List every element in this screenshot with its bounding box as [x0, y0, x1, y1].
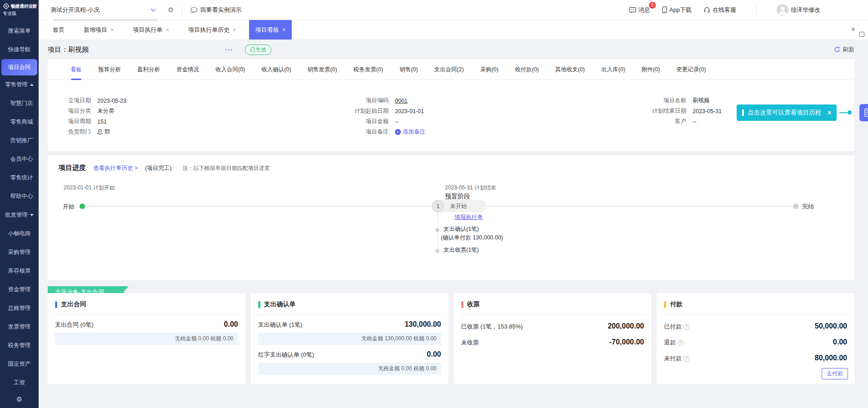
- workspace-gear-icon[interactable]: ⚙: [168, 6, 174, 14]
- messages-count-badge: 8: [649, 2, 656, 9]
- tab-close-icon[interactable]: ×: [282, 26, 286, 33]
- sidebar-item-label: 工资: [14, 379, 25, 387]
- tab-label: 项目执行单历史: [188, 26, 229, 34]
- main-area: 测试分开流程-小况 ⚙ 我要看实例演示 消息 8: [39, 0, 868, 408]
- close-all-tabs-icon[interactable]: ×: [851, 25, 855, 34]
- sidebar-item-18[interactable]: 固定资产: [0, 355, 39, 373]
- field-label: 客户: [607, 118, 686, 125]
- subtab-0[interactable]: 看板: [70, 59, 82, 80]
- refresh-button[interactable]: 刷新: [834, 45, 854, 54]
- card-row-label: 已付款?: [664, 323, 689, 331]
- document-tab-2[interactable]: 项目执行单×: [127, 20, 176, 40]
- history-tooltip[interactable]: 点击这里可以查看项目历程 ×: [737, 104, 837, 121]
- subtab-11[interactable]: 收付款(0): [515, 59, 539, 80]
- sidebar-item-label: 发票管理: [8, 323, 31, 331]
- project-code-link[interactable]: 0001: [395, 98, 408, 104]
- subtab-4[interactable]: 收入合同(0): [215, 59, 245, 80]
- sidebar-item-6[interactable]: 营销推广: [0, 131, 39, 150]
- subtab-5[interactable]: 收入确认(0): [261, 59, 291, 80]
- more-actions-button[interactable]: ···: [225, 46, 233, 54]
- subtab-14[interactable]: 附件(0): [642, 59, 660, 80]
- sidebar-item-14[interactable]: 资金管理: [0, 280, 39, 299]
- sidebar-item-label: 固定资产: [8, 360, 31, 368]
- sidebar-item-19[interactable]: 工资: [0, 373, 39, 392]
- document-tab-0[interactable]: 首页: [46, 20, 71, 40]
- subtab-15[interactable]: 变更记录(0): [676, 59, 706, 80]
- online-support-button[interactable]: 在线客服: [703, 6, 736, 14]
- subtab-10[interactable]: 采购(0): [480, 59, 499, 80]
- sidebar-item-label: 零售商城: [10, 118, 33, 126]
- subtab-12[interactable]: 其他收支(0): [555, 59, 585, 80]
- tab-close-icon[interactable]: ×: [233, 26, 236, 33]
- sidebar-item-0[interactable]: 搜索菜单: [0, 22, 39, 40]
- messages-button[interactable]: 消息 8: [629, 6, 650, 14]
- document-tab-3[interactable]: 项目执行单历史×: [182, 20, 243, 40]
- demo-link-label: 我要看实例演示: [200, 6, 241, 14]
- card-marker: [258, 301, 260, 308]
- demo-link[interactable]: 我要看实例演示: [190, 6, 241, 14]
- sidebar-item-17[interactable]: 税务管理: [0, 336, 39, 355]
- info-row: 项目备注+添加备注: [302, 127, 607, 137]
- user-menu[interactable]: 徐泽华修改: [777, 4, 820, 16]
- card-row-label: 未收票: [461, 338, 479, 347]
- sidebar-item-10[interactable]: 批发管理: [0, 206, 39, 224]
- card-row-value: -70,000.00: [609, 338, 644, 346]
- sidebar-item-label: 总账管理: [8, 304, 31, 312]
- card-title: 支出确认单: [264, 300, 296, 308]
- field-value: 2023-05-23: [97, 98, 126, 104]
- document-tab-4[interactable]: 项目看板×: [249, 20, 292, 40]
- card-row: 红字支出确认单 (0笔)0.00: [258, 350, 441, 359]
- workspace-selector[interactable]: 测试分开流程-小况: [50, 6, 156, 14]
- execution-history-link[interactable]: 查看执行单历史 >: [93, 164, 138, 172]
- sidebar-item-4[interactable]: 智慧门店: [0, 94, 39, 113]
- field-value: 刷视频: [693, 97, 710, 104]
- fill-execution-order-link[interactable]: 填报执行单: [454, 214, 483, 221]
- sidebar-item-label: 零售统计: [10, 174, 33, 182]
- timeline-end-dot: [793, 204, 798, 209]
- document-tab-1[interactable]: 新增项目×: [77, 20, 120, 40]
- avatar: [777, 4, 788, 16]
- sidebar-item-5[interactable]: 零售商城: [0, 113, 39, 131]
- tab-close-icon[interactable]: ×: [166, 26, 170, 33]
- sidebar-item-8[interactable]: 零售统计: [0, 169, 39, 187]
- sidebar: 畅捷通好业财 专业版 搜索菜单快捷导航项目合同零售管理智慧门店零售商城营销推广会…: [0, 0, 39, 408]
- project-history-icon[interactable]: [859, 104, 868, 121]
- sidebar-item-label: 快捷导航: [8, 46, 31, 54]
- tab-close-icon[interactable]: ×: [110, 26, 114, 33]
- sidebar-item-16[interactable]: 发票管理: [0, 318, 39, 336]
- sidebar-item-label: 库存核算: [8, 267, 31, 275]
- sidebar-item-11[interactable]: 小畅电商: [0, 224, 39, 243]
- sidebar-item-9[interactable]: 帮助中心: [0, 187, 39, 206]
- page-title: 项目：刷视频: [48, 45, 89, 54]
- app-download-button[interactable]: App下载: [662, 6, 692, 14]
- sidebar-item-1[interactable]: 快捷导航: [0, 40, 39, 59]
- field-label: 项目金额: [302, 118, 389, 125]
- tooltip-close-icon[interactable]: ×: [828, 109, 831, 116]
- subtab-3[interactable]: 资金情况: [176, 59, 199, 80]
- collapse-arrow-icon: [30, 84, 34, 86]
- add-remark-link[interactable]: +添加备注: [395, 128, 425, 136]
- tab-label: 首页: [53, 26, 65, 34]
- subtab-6[interactable]: 销售发票(0): [308, 59, 337, 80]
- subtab-8[interactable]: 销售(0): [399, 59, 418, 80]
- sidebar-item-13[interactable]: 库存核算: [0, 262, 39, 280]
- info-row: 项目金额--: [302, 116, 607, 127]
- progress-status: (项目完工): [145, 164, 171, 172]
- card-marker: [55, 301, 57, 308]
- subtab-2[interactable]: 盈利分析: [137, 59, 160, 80]
- sidebar-settings-gear-icon[interactable]: ⚙: [0, 395, 39, 403]
- subtab-9[interactable]: 支出合同(2): [434, 59, 464, 80]
- subtab-7[interactable]: 税务发票(0): [354, 59, 383, 80]
- sidebar-item-2[interactable]: 项目合同: [1, 59, 37, 75]
- progress-note: 注：以下根据单据日期匹配项目进度: [183, 164, 270, 172]
- sidebar-item-15[interactable]: 总账管理: [0, 299, 39, 318]
- subtab-13[interactable]: 出入库(0): [601, 59, 625, 80]
- tooltip-connector-dot: [848, 110, 852, 114]
- go-pay-button[interactable]: 去付款: [822, 368, 848, 379]
- expand-icon[interactable]: [859, 32, 864, 37]
- sidebar-item-12[interactable]: 采购管理: [0, 243, 39, 262]
- sidebar-item-3[interactable]: 零售管理: [0, 75, 39, 94]
- subtab-1[interactable]: 预算分析: [98, 59, 121, 80]
- field-value: 未分类: [97, 107, 115, 115]
- sidebar-item-7[interactable]: 会员中心: [0, 150, 39, 169]
